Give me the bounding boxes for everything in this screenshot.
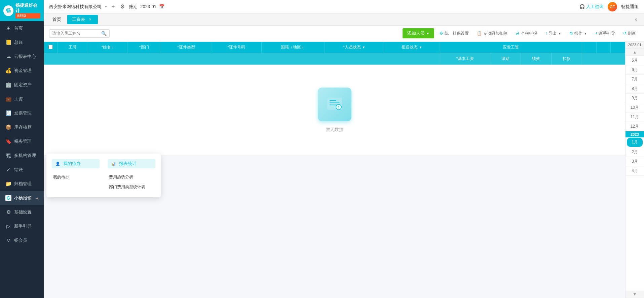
- sidebar-item-archive[interactable]: 📁 归档管理: [0, 177, 44, 191]
- person-status-filter-icon[interactable]: ▼: [362, 45, 366, 49]
- popup-col2-label: 报表统计: [119, 161, 137, 167]
- add-person-label: 添加人员: [407, 30, 425, 36]
- month-item-4[interactable]: 4月: [626, 166, 644, 176]
- header-right: 🎧 人工咨询 CE 畅捷通组: [579, 2, 639, 11]
- sidebar-label-checkout: 结账: [14, 167, 23, 173]
- app-badge: 旗舰版: [15, 13, 40, 19]
- user-name[interactable]: 畅捷通组: [621, 4, 639, 10]
- empty-svg: ?: [325, 94, 345, 114]
- company-dropdown-icon[interactable]: ▼: [104, 5, 108, 8]
- month-item-7[interactable]: 7月: [626, 75, 644, 84]
- th-name[interactable]: *姓名: [88, 42, 127, 53]
- month-item-2[interactable]: 2月: [626, 147, 644, 157]
- month-item-10[interactable]: 10月: [626, 103, 644, 112]
- window-close-button[interactable]: ×: [633, 15, 639, 24]
- content-area: 🔍 添加人员 ▼ ⚙ 统一社保设置 📋 专项附加扣除 🖨 个税申报: [44, 26, 644, 298]
- user-avatar[interactable]: CE: [608, 2, 617, 11]
- month-item-9[interactable]: 9月: [626, 94, 644, 103]
- report-icon: 📊: [110, 160, 117, 167]
- empty-state-cell: ? 暂无数据: [44, 65, 625, 156]
- sidebar-item-tax[interactable]: 🔖 税务管理: [0, 134, 44, 148]
- sidebar-item-multi-org[interactable]: 🏗 多机构管理: [0, 148, 44, 163]
- sidebar-item-ledger[interactable]: 📒 总账: [0, 35, 44, 49]
- sidebar-item-salary[interactable]: 💼 工资: [0, 92, 44, 106]
- checkout-icon: ✓: [5, 167, 11, 173]
- search-input[interactable]: [52, 31, 99, 36]
- tab-salary-label: 工资表: [72, 16, 85, 23]
- month-item-5[interactable]: 5月: [626, 56, 644, 65]
- guide-icon: ▷: [5, 223, 11, 229]
- archive-icon: 📁: [5, 181, 11, 187]
- period-value: 2023-01: [140, 4, 156, 9]
- th-emp-no: 工号: [58, 42, 88, 53]
- personal-tax-btn[interactable]: 🖨 个税申报: [513, 29, 540, 38]
- select-all-checkbox[interactable]: [48, 45, 53, 49]
- month-item-12[interactable]: 12月: [626, 122, 644, 131]
- report-status-filter-icon[interactable]: ▼: [419, 45, 422, 49]
- tab-home-label: 首页: [52, 16, 61, 23]
- month-item-8[interactable]: 8月: [626, 84, 644, 94]
- export-btn[interactable]: ↑ 导出 ▼: [542, 29, 564, 38]
- th-report-status[interactable]: 报送状态 ▼: [384, 42, 440, 53]
- vip-icon: V: [5, 238, 11, 243]
- tab-salary[interactable]: 工资表 ×: [67, 15, 98, 24]
- sidebar-item-fund[interactable]: 💰 资金管理: [0, 64, 44, 78]
- sidebar-label-xiaochang: 小畅报销: [14, 195, 32, 201]
- calendar-icon[interactable]: 📅: [159, 4, 164, 9]
- search-icon: 🔍: [101, 31, 107, 36]
- sidebar-item-checkout[interactable]: ✓ 结账: [0, 163, 44, 177]
- new-guide-btn[interactable]: + 新手引导: [593, 29, 618, 38]
- month-down-button[interactable]: ▼: [626, 291, 644, 298]
- sidebar-item-guide[interactable]: ▷ 新手引导: [0, 219, 44, 233]
- svg-rect-2: [330, 102, 340, 103]
- cloud-icon: ☁: [5, 54, 11, 60]
- assets-icon: 🏢: [5, 82, 11, 88]
- social-insurance-btn[interactable]: ⚙ 统一社保设置: [437, 29, 471, 38]
- app-title: 畅捷通好会计: [15, 3, 40, 13]
- th-bonus: 绩效: [521, 53, 551, 65]
- sidebar-item-xiaochang[interactable]: G 小畅报销 ◀: [0, 191, 44, 205]
- sidebar-item-fixed-assets[interactable]: 🏢 固定资产: [0, 78, 44, 92]
- add-person-button[interactable]: 添加人员 ▼: [403, 28, 434, 38]
- refresh-label: 刷新: [628, 31, 636, 36]
- sidebar-label-tax: 税务管理: [14, 138, 32, 144]
- ledger-icon: 📒: [5, 39, 11, 45]
- export-dropdown-icon: ▼: [558, 32, 561, 35]
- salary-icon: 💼: [5, 96, 11, 102]
- special-deduction-icon: 📋: [477, 31, 482, 36]
- refresh-btn[interactable]: ↺ 刷新: [620, 29, 639, 38]
- popup-item-pending[interactable]: 我的待办: [52, 172, 100, 182]
- special-deduction-btn[interactable]: 📋 专项附加扣除: [474, 29, 510, 38]
- service-button[interactable]: 🎧 人工咨询: [579, 4, 604, 10]
- account-period: 账期 2023-01 📅: [129, 4, 164, 10]
- th-person-status[interactable]: *人员状态 ▼: [325, 42, 384, 53]
- month-item-6[interactable]: 6月: [626, 65, 644, 75]
- th-allowance: 津贴: [490, 53, 521, 65]
- sidebar-item-inventory[interactable]: 📦 库存核算: [0, 120, 44, 134]
- search-box: 🔍: [49, 29, 110, 38]
- sidebar-item-home[interactable]: ⊞ 首页: [0, 21, 44, 35]
- sidebar-item-basic[interactable]: ⚙ 基础设置: [0, 205, 44, 219]
- month-item-1[interactable]: 1月: [627, 138, 643, 147]
- sidebar-item-invoice[interactable]: 🧾 发票管理: [0, 106, 44, 120]
- add-company-icon[interactable]: +: [110, 2, 116, 11]
- settings-icon[interactable]: ⚙: [119, 2, 126, 11]
- popup-item-dept-expense[interactable]: 部门费用类型统计表: [108, 182, 155, 192]
- sidebar-item-vip[interactable]: V 畅会员: [0, 233, 44, 247]
- month-item-11[interactable]: 11月: [626, 112, 644, 122]
- sidebar: 畅 畅捷通好会计 旗舰版 ⊞ 首页 📒 总账 ☁ 云报表中心 💰 资金管理 🏢 …: [0, 0, 44, 298]
- month-up-button[interactable]: ▲: [626, 48, 644, 56]
- month-item-3[interactable]: 3月: [626, 157, 644, 166]
- tab-close-button[interactable]: ×: [87, 16, 93, 23]
- pending-icon: 👤: [54, 160, 61, 167]
- th-sub-empty1: [44, 53, 440, 65]
- sidebar-item-cloud-report[interactable]: ☁ 云报表中心: [0, 49, 44, 64]
- new-guide-label: 新手引导: [599, 31, 615, 36]
- svg-rect-1: [330, 100, 336, 101]
- popup-item-expense-trend[interactable]: 费用趋势分析: [108, 172, 155, 182]
- sidebar-label-fund: 资金管理: [14, 68, 32, 74]
- th-checkbox[interactable]: [44, 42, 58, 53]
- app-logo[interactable]: 畅 畅捷通好会计 旗舰版: [0, 0, 44, 21]
- tab-home[interactable]: 首页: [48, 15, 66, 24]
- operation-btn[interactable]: ⚙ 操作 ▼: [567, 29, 590, 38]
